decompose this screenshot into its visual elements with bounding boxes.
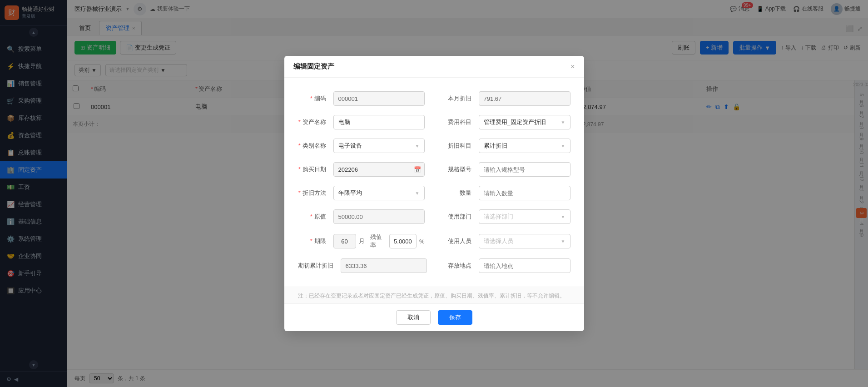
code-label: 编码 [298, 94, 330, 103]
purchase-date-label: 购买日期 [298, 165, 330, 174]
residual-rate-unit: % [419, 238, 425, 245]
quantity-input[interactable] [479, 186, 570, 200]
chevron-down-icon: ▼ [561, 144, 565, 149]
edit-modal: 编辑固定资产 × 编码 本月折旧 资产名称 [284, 56, 584, 331]
purchase-date-field: 📅 [333, 162, 425, 177]
user-select[interactable]: 请选择人员 ▼ [479, 234, 570, 248]
monthly-dep-label: 本月折旧 [443, 94, 475, 103]
calendar-icon[interactable]: 📅 [414, 166, 421, 173]
dep-method-value: 年限平均 [338, 189, 362, 197]
chevron-down-icon: ▼ [561, 214, 565, 219]
user-label: 使用人员 [443, 237, 475, 245]
dep-subject-value: 累计折旧 [484, 142, 507, 150]
spec-input[interactable] [479, 162, 570, 177]
modal-title: 编辑固定资产 [293, 62, 334, 71]
form-row-expense-subject: 费用科目 管理费用_固定资产折旧 ▼ [434, 110, 570, 134]
monthly-dep-input[interactable] [479, 91, 570, 106]
category-value: 电子设备 [338, 142, 362, 150]
initial-dep-input[interactable] [341, 258, 427, 273]
form-row-code: 编码 [298, 87, 434, 110]
period-input[interactable] [333, 234, 356, 248]
category-label: 类别名称 [298, 142, 330, 150]
department-select[interactable]: 请选择部门 ▼ [479, 209, 570, 224]
location-label: 存放地点 [443, 262, 475, 270]
form-row-dep-subject: 折旧科目 累计折旧 ▼ [434, 134, 570, 158]
name-input[interactable] [333, 115, 425, 129]
form-row-quantity: 数量 [434, 181, 570, 205]
original-value-label: 原值 [298, 213, 330, 221]
residual-rate-label: 残值率 [370, 233, 387, 249]
form-row-category: 类别名称 电子设备 ▼ [298, 134, 434, 158]
form-row-initial-dep: 期初累计折旧 [298, 254, 434, 278]
original-value-input[interactable] [333, 209, 425, 224]
modal-note-text: 注：已经存在变更记录或者对应固定资产已经生成凭证，原值、购买日期、残值率、累计折… [298, 293, 565, 299]
form-row-spec: 规格型号 [434, 158, 570, 181]
form-row-department: 使用部门 请选择部门 ▼ [434, 205, 570, 228]
category-select[interactable]: 电子设备 ▼ [333, 139, 425, 153]
department-placeholder: 请选择部门 [484, 213, 513, 221]
chevron-down-icon: ▼ [415, 191, 420, 196]
purchase-date-input[interactable] [333, 162, 425, 177]
expense-subject-select[interactable]: 管理费用_固定资产折旧 ▼ [479, 115, 570, 129]
name-label: 资产名称 [298, 118, 330, 126]
spec-label: 规格型号 [443, 165, 475, 174]
form-row-dep-method: 折旧方法 年限平均 ▼ [298, 181, 434, 205]
department-label: 使用部门 [443, 213, 475, 221]
modal-close-btn[interactable]: × [570, 63, 575, 71]
form-grid: 编码 本月折旧 资产名称 费用科目 管理费用_固定资产折旧 [298, 87, 570, 278]
form-row-name: 资产名称 [298, 110, 434, 134]
user-placeholder: 请选择人员 [484, 237, 513, 245]
form-row-user: 使用人员 请选择人员 ▼ [434, 228, 570, 254]
modal-footer: 取消 保存 [284, 303, 584, 331]
period-field: 月 残值率 % [333, 233, 425, 249]
dep-method-select[interactable]: 年限平均 ▼ [333, 186, 425, 200]
initial-dep-label: 期初累计折旧 [298, 262, 337, 270]
form-row-original-value: 原值 [298, 205, 434, 228]
dep-subject-label: 折旧科目 [443, 142, 475, 150]
form-row-period: 期限 月 残值率 % [298, 228, 434, 254]
form-row-location: 存放地点 [434, 254, 570, 278]
dep-method-label: 折旧方法 [298, 189, 330, 197]
form-row-monthly-dep: 本月折旧 [434, 87, 570, 110]
modal-body: 编码 本月折旧 资产名称 费用科目 管理费用_固定资产折旧 [284, 78, 584, 287]
location-input[interactable] [479, 258, 570, 273]
form-row-purchase-date: 购买日期 📅 [298, 158, 434, 181]
chevron-down-icon: ▼ [561, 120, 565, 125]
chevron-down-icon: ▼ [561, 239, 565, 244]
modal-overlay: 编辑固定资产 × 编码 本月折旧 资产名称 [0, 0, 868, 387]
period-unit: 月 [359, 237, 365, 245]
expense-subject-label: 费用科目 [443, 118, 475, 126]
chevron-down-icon: ▼ [415, 144, 420, 149]
cancel-button[interactable]: 取消 [396, 310, 431, 325]
expense-subject-value: 管理费用_固定资产折旧 [484, 118, 546, 126]
residual-rate-input[interactable] [389, 234, 417, 248]
dep-subject-select[interactable]: 累计折旧 ▼ [479, 139, 570, 153]
code-input[interactable] [333, 91, 425, 106]
save-button[interactable]: 保存 [438, 310, 472, 325]
period-label: 期限 [298, 237, 330, 245]
modal-header: 编辑固定资产 × [284, 56, 584, 78]
quantity-label: 数量 [443, 189, 475, 197]
modal-note: 注：已经存在变更记录或者对应固定资产已经生成凭证，原值、购买日期、残值率、累计折… [284, 287, 584, 303]
